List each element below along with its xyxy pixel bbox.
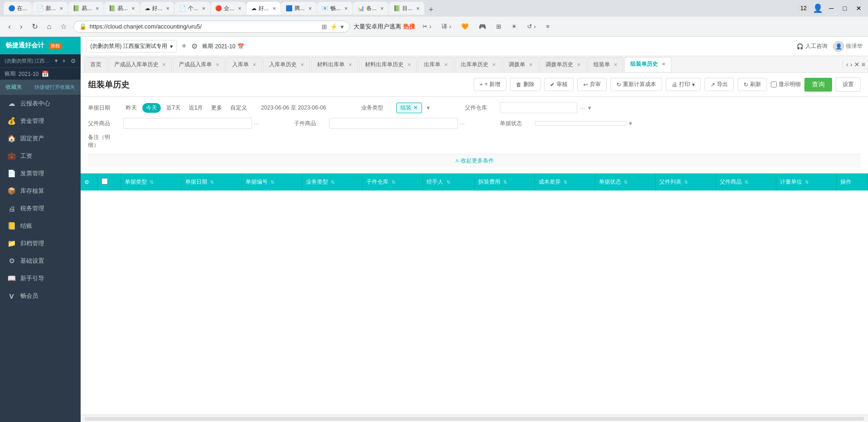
add-button[interactable]: + + 新增 [474,78,506,91]
col-handler[interactable]: 经手人 ⇅ [423,173,474,191]
sidebar-item-fixed-assets[interactable]: 🏠 固定资产 [0,130,81,147]
tab-inbound-close[interactable]: ✕ [252,62,256,67]
sidebar-item-cloud-reports[interactable]: ☁ 云报表中心 [0,95,81,112]
tab-close-10[interactable]: ✕ [344,6,348,11]
business-type-dropdown-icon[interactable]: ▾ [427,104,430,111]
tab-product-in-history[interactable]: 产成品入库单历史 ✕ [108,57,172,72]
bill-status-dropdown-icon[interactable]: ▾ [629,120,632,127]
qr-icon[interactable]: ⊞ [322,23,327,30]
table-settings-col[interactable]: ⚙ [81,173,97,191]
tab-close-2[interactable]: ✕ [59,6,63,11]
tab-material-out[interactable]: 材料出库单 ✕ [311,57,358,72]
warehouse-dropdown-icon[interactable]: ▾ [588,104,591,111]
tab-product-in-close[interactable]: ✕ [216,62,219,67]
tab-close-all[interactable]: ✕ [854,61,860,68]
tab-outbound-history-close[interactable]: ✕ [492,62,496,67]
sun-icon[interactable]: ☀ [509,22,520,31]
tab-close-6[interactable]: ✕ [202,6,205,11]
period-button[interactable]: 账期 2021-10 📅 [202,42,244,50]
child-goods-more-icon[interactable]: ··· [460,120,465,127]
tab-home[interactable]: 首页 [84,57,107,72]
menu-icon[interactable]: ≡ [543,22,552,31]
tab-close-9[interactable]: ✕ [308,6,312,11]
col-bill-date-sort[interactable]: ⇅ [210,179,214,185]
col-business-type-sort[interactable]: ⇅ [331,179,334,185]
child-goods-input[interactable] [329,118,458,129]
col-disassembly-fee[interactable]: 拆装费用 ⇅ [474,173,534,191]
date-today[interactable]: 今天 [142,103,161,113]
col-parent-list-sort[interactable]: ⇅ [684,179,688,185]
parent-goods-more-icon[interactable]: ··· [254,120,259,127]
col-bill-no-sort[interactable]: ⇅ [270,179,274,185]
horizontal-scrollbar[interactable] [81,415,868,422]
date-yesterday[interactable]: 昨天 [123,103,140,113]
window-maximize-button[interactable]: □ [840,5,850,12]
warehouse-more-icon[interactable]: ··· [580,104,586,111]
game-icon[interactable]: 🎮 [476,22,489,31]
sidebar-item-guide[interactable]: 📖 新手引导 [0,270,81,287]
date-more[interactable]: 更多 [208,103,225,113]
add-tab-button[interactable]: + [425,5,437,15]
sidebar-item-invoice[interactable]: 📄 发票管理 [0,165,81,182]
parent-goods-input[interactable] [123,118,252,129]
tab-inbound[interactable]: 入库单 ✕ [226,57,262,72]
export-button[interactable]: ↗ 导出 [704,78,734,91]
browser-tab-8[interactable]: ☁ 好... ✕ [246,2,281,15]
browser-tab-1[interactable]: 🔵 在... [4,2,32,15]
tab-product-in[interactable]: 产成品入库单 ✕ [173,57,225,72]
col-cost-diff[interactable]: 成本差异 ⇅ [534,173,595,191]
address-dropdown-icon[interactable]: ▾ [340,23,344,30]
date-1month[interactable]: 近1月 [186,103,206,113]
abandon-button[interactable]: ↩ 弃审 [577,78,607,91]
col-cost-diff-sort[interactable]: ⇅ [563,179,567,185]
tab-transfer[interactable]: 调拨单 ✕ [503,57,539,72]
undo-icon[interactable]: ↺ › [524,22,539,31]
col-handler-sort[interactable]: ⇅ [446,179,450,185]
window-minimize-button[interactable]: ─ [827,5,837,12]
company-bar[interactable]: (勿删勿禁用) 江西服宝测试专用 ▾ + ⚙ [0,54,81,68]
back-button[interactable]: ‹ [6,21,13,33]
filter-settings-button[interactable]: 设置 [836,77,861,92]
browser-tab-2[interactable]: 📄 新... ✕ [32,2,68,15]
col-parent-goods-sort[interactable]: ⇅ [745,179,748,185]
tab-close-3[interactable]: ✕ [95,6,99,11]
col-unit[interactable]: 计量单位 ⇅ [776,173,837,191]
tab-close-5[interactable]: ✕ [166,6,170,11]
col-disassembly-fee-sort[interactable]: ⇅ [503,179,507,185]
tab-product-in-history-close[interactable]: ✕ [162,62,166,67]
sidebar-item-basic-settings[interactable]: ⚙ 基础设置 [0,252,81,270]
window-close-button[interactable]: ✕ [853,5,864,12]
tab-right-arrow[interactable]: › [850,61,852,68]
sidebar-item-member[interactable]: V 畅会员 [0,287,81,305]
lightning-icon[interactable]: ⚡ [330,23,338,30]
show-detail-checkbox[interactable] [771,81,777,87]
tab-inbound-history[interactable]: 入库单历史 ✕ [263,57,310,72]
sidebar-item-payroll[interactable]: 💼 工资 [0,147,81,165]
col-bill-date[interactable]: 单据日期 ⇅ [181,173,241,191]
translate-icon[interactable]: 译 › [439,22,454,32]
tab-close-4[interactable]: ✕ [131,6,135,11]
browser-tab-12[interactable]: 📗 目... ✕ [389,2,424,15]
favorites-sub[interactable]: 快捷键打开收藏夹 [35,84,75,91]
bookmark-button[interactable]: ☆ [58,20,70,33]
user-profile-button[interactable]: 👤 徐泽华 [833,41,862,52]
col-unit-sort[interactable]: ⇅ [805,179,809,185]
tab-left-arrow[interactable]: ‹ [846,61,848,68]
col-bill-status-sort[interactable]: ⇅ [624,179,628,185]
company-dropdown-icon[interactable]: ▾ [55,58,58,64]
window-profile-icon[interactable]: 👤 [813,3,823,13]
settings-icon[interactable]: ⚙ [70,58,76,64]
tab-material-out-close[interactable]: ✕ [348,62,352,67]
address-bar[interactable]: 🔒 https://cloud.chanjet.com/accounting/u… [73,21,350,33]
warehouse-input[interactable] [500,102,577,113]
print-button[interactable]: 🖨 打印 ▾ [666,78,701,91]
tab-transfer-history-close[interactable]: ✕ [577,62,581,67]
type-tag-close-icon[interactable]: ✕ [413,104,418,111]
tab-material-out-history-close[interactable]: ✕ [407,62,411,67]
browser-tab-9[interactable]: 🟦 腾... ✕ [281,2,317,15]
sidebar-item-close-accounts[interactable]: 📒 结账 [0,217,81,235]
hot-search-area[interactable]: 大量安卓用户逃离 热搜 [353,23,415,31]
tab-close-7[interactable]: ✕ [238,6,241,11]
sidebar-item-archive[interactable]: 📁 归档管理 [0,235,81,252]
tab-transfer-history[interactable]: 调拨单历史 ✕ [540,57,586,72]
